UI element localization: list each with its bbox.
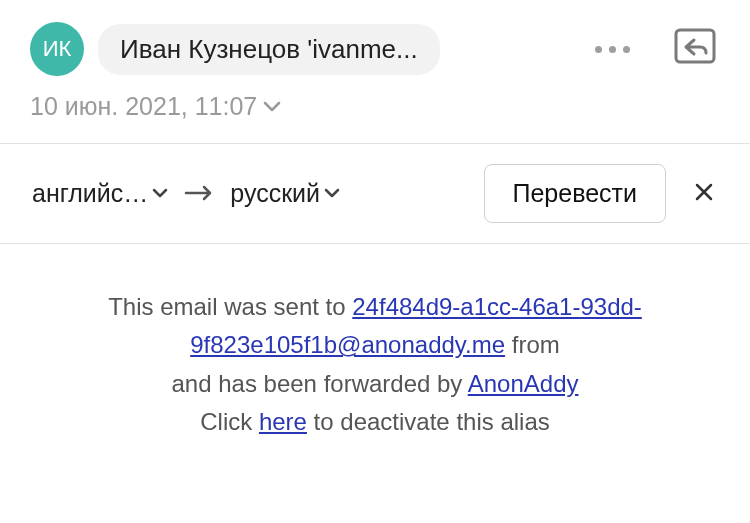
body-text: Click — [200, 408, 259, 435]
chevron-down-icon — [152, 188, 168, 199]
email-timestamp-row[interactable]: 10 июн. 2021, 11:07 — [0, 86, 750, 143]
target-language-select[interactable]: русский — [230, 179, 340, 208]
reply-icon[interactable] — [670, 24, 720, 74]
body-text: This email was sent to — [108, 293, 352, 320]
more-menu-icon[interactable] — [587, 38, 638, 61]
chevron-down-icon — [324, 188, 340, 199]
avatar[interactable]: ИК — [30, 22, 84, 76]
timestamp-text: 10 июн. 2021, 11:07 — [30, 92, 257, 121]
translate-bar: английс… русский Перевести — [0, 144, 750, 243]
translate-button[interactable]: Перевести — [484, 164, 667, 223]
close-icon[interactable] — [686, 174, 722, 213]
service-link[interactable]: AnonAddy — [468, 370, 579, 397]
source-language-label: английс… — [32, 179, 148, 208]
source-language-select[interactable]: английс… — [32, 179, 168, 208]
chevron-down-icon — [263, 101, 281, 113]
arrow-right-icon — [184, 179, 214, 208]
sender-name[interactable]: Иван Кузнецов 'ivanme... — [98, 24, 440, 75]
email-body: This email was sent to 24f484d9-a1cc-46a… — [0, 244, 750, 442]
body-text: and has been forwarded by — [172, 370, 468, 397]
body-text: to deactivate this alias — [307, 408, 550, 435]
deactivate-link[interactable]: here — [259, 408, 307, 435]
email-header: ИК Иван Кузнецов 'ivanme... — [0, 0, 750, 86]
target-language-label: русский — [230, 179, 320, 208]
body-text: from — [505, 331, 560, 358]
